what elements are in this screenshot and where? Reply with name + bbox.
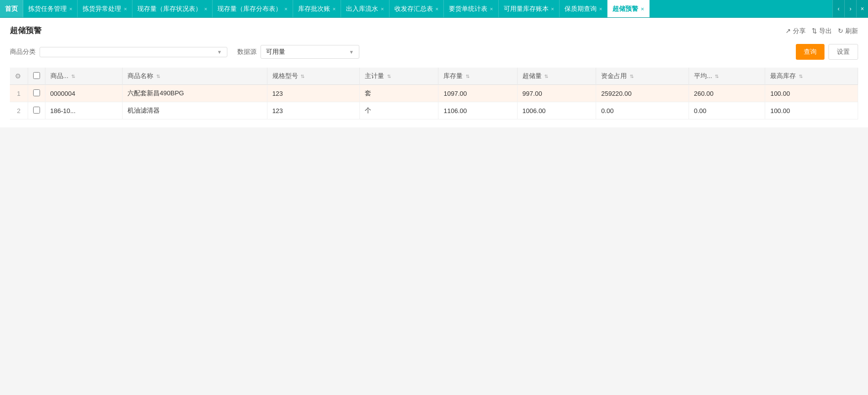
close-icon[interactable]: × xyxy=(599,6,602,12)
sort-icon[interactable]: ⇅ xyxy=(387,74,391,79)
cell-product-code: 0000004 xyxy=(45,85,123,102)
nav-tab-9[interactable]: 可用量库存账本 × xyxy=(499,0,560,18)
data-source-label: 数据源 xyxy=(237,47,257,56)
sort-icon[interactable]: ⇅ xyxy=(630,74,634,79)
main-content: 超储预警 ↗ 分享 ⇅ 导出 ↻ 刷新 商品分类 ▼ 数据源 xyxy=(0,18,868,127)
col-settings: ⚙ xyxy=(10,68,28,85)
sort-icon[interactable]: ⇅ xyxy=(301,74,304,79)
filter-buttons: 查询 设置 xyxy=(796,44,858,60)
settings-gear-icon[interactable]: ⚙ xyxy=(15,72,21,80)
sort-icon[interactable]: ⇅ xyxy=(715,74,719,79)
cell-product-name: 六配套新昌490BPG xyxy=(123,85,267,102)
chevron-down-icon: ▼ xyxy=(349,49,354,55)
close-icon[interactable]: × xyxy=(551,6,554,12)
col-max-stock-label: 最高库存 xyxy=(770,72,796,79)
col-spec: 规格型号 ⇅ xyxy=(267,68,360,85)
refresh-button[interactable]: ↻ 刷新 xyxy=(838,27,858,36)
col-unit-label: 主计量 xyxy=(365,72,384,79)
nav-tab-11[interactable]: 超储预警 × xyxy=(608,0,649,18)
sort-icon[interactable]: ⇅ xyxy=(544,74,548,79)
nav-tab-home[interactable]: 首页 xyxy=(0,0,23,18)
cell-unit: 个 xyxy=(360,102,438,119)
settings-button[interactable]: 设置 xyxy=(828,44,858,60)
nav-tab-label: 要货单统计表 xyxy=(449,4,487,13)
sort-icon[interactable]: ⇅ xyxy=(799,74,803,79)
nav-more-button[interactable]: × xyxy=(856,0,868,18)
col-product-code-label: 商品... xyxy=(50,72,69,79)
table-row: 1 0000004 六配套新昌490BPG 123 套 1097.00 997.… xyxy=(10,85,858,102)
cell-avg: 260.00 xyxy=(689,85,765,102)
nav-tab-label: 可用量库存账本 xyxy=(504,4,549,13)
share-button[interactable]: ↗ 分享 xyxy=(785,27,806,36)
close-icon[interactable]: × xyxy=(204,6,207,12)
nav-tab-label: 库存批次账 xyxy=(298,4,330,13)
col-product-name-label: 商品名称 xyxy=(128,72,153,79)
select-all-checkbox[interactable] xyxy=(33,72,40,79)
nav-tab-10[interactable]: 保质期查询 × xyxy=(560,0,608,18)
query-button[interactable]: 查询 xyxy=(796,44,825,60)
data-table: ⚙ 商品... ⇅ 商品名称 ⇅ 规格型号 ⇅ 主计量 xyxy=(10,68,858,119)
row-checkbox-cell xyxy=(28,85,45,102)
col-max-stock: 最高库存 ⇅ xyxy=(765,68,858,85)
sort-icon[interactable]: ⇅ xyxy=(156,74,160,79)
refresh-icon: ↻ xyxy=(838,27,843,35)
sort-icon[interactable]: ⇅ xyxy=(466,74,470,79)
data-source-select[interactable]: 可用量 ▼ xyxy=(260,45,359,59)
close-icon[interactable]: × xyxy=(435,6,438,12)
nav-tab-label: 出入库流水 xyxy=(346,4,378,13)
product-category-label: 商品分类 xyxy=(10,47,36,56)
nav-tab-2[interactable]: 拣货异常处理 × xyxy=(78,0,132,18)
col-product-name: 商品名称 ⇅ xyxy=(123,68,267,85)
nav-tab-label: 首页 xyxy=(5,4,18,13)
cell-capital: 259220.00 xyxy=(596,85,689,102)
close-icon[interactable]: × xyxy=(333,6,336,12)
close-icon[interactable]: × xyxy=(284,6,287,12)
row-checkbox[interactable] xyxy=(33,107,40,114)
col-stock: 库存量 ⇅ xyxy=(438,68,517,85)
row-checkbox[interactable] xyxy=(33,89,40,96)
nav-tab-5[interactable]: 库存批次账 × xyxy=(293,0,341,18)
export-icon: ⇅ xyxy=(812,27,817,35)
nav-tab-4[interactable]: 现存量（库存分布表） × xyxy=(213,0,293,18)
cell-overstock: 997.00 xyxy=(517,85,596,102)
nav-tab-8[interactable]: 要货单统计表 × xyxy=(444,0,498,18)
close-icon[interactable]: × xyxy=(490,6,493,12)
data-source-filter: 数据源 可用量 ▼ xyxy=(237,45,359,59)
col-product-code: 商品... ⇅ xyxy=(45,68,123,85)
close-icon[interactable]: × xyxy=(641,6,644,12)
col-checkbox xyxy=(28,68,45,85)
col-capital-label: 资金占用 xyxy=(601,72,627,79)
cell-max-stock: 100.00 xyxy=(765,85,858,102)
col-unit: 主计量 ⇅ xyxy=(360,68,438,85)
cell-stock: 1106.00 xyxy=(438,102,517,119)
cell-stock: 1097.00 xyxy=(438,85,517,102)
cell-spec: 123 xyxy=(267,85,360,102)
nav-tab-1[interactable]: 拣货任务管理 × xyxy=(23,0,78,18)
close-icon[interactable]: × xyxy=(124,6,127,12)
product-category-select[interactable]: ▼ xyxy=(40,47,227,57)
nav-tab-label: 现存量（库存分布表） xyxy=(217,4,282,13)
export-button[interactable]: ⇅ 导出 xyxy=(812,27,832,36)
col-overstock-label: 超储量 xyxy=(522,72,542,79)
close-icon[interactable]: × xyxy=(69,6,72,12)
data-source-value: 可用量 xyxy=(266,47,285,56)
cell-max-stock: 100.00 xyxy=(765,102,858,119)
col-stock-label: 库存量 xyxy=(443,72,463,79)
nav-tab-7[interactable]: 收发存汇总表 × xyxy=(390,0,444,18)
nav-tab-3[interactable]: 现存量（库存状况表） × xyxy=(132,0,213,18)
col-spec-label: 规格型号 xyxy=(272,72,298,79)
sort-icon[interactable]: ⇅ xyxy=(71,74,75,79)
nav-tab-6[interactable]: 出入库流水 × xyxy=(341,0,389,18)
nav-next-button[interactable]: › xyxy=(844,0,856,18)
cell-product-code: 186-10... xyxy=(45,102,123,119)
nav-tab-label: 收发存汇总表 xyxy=(394,4,433,13)
top-navigation: 首页 拣货任务管理 × 拣货异常处理 × 现存量（库存状况表） × 现存量（库存… xyxy=(0,0,868,18)
table-header-row: ⚙ 商品... ⇅ 商品名称 ⇅ 规格型号 ⇅ 主计量 xyxy=(10,68,858,85)
close-icon[interactable]: × xyxy=(381,6,384,12)
col-capital: 资金占用 ⇅ xyxy=(596,68,689,85)
nav-prev-button[interactable]: ‹ xyxy=(832,0,844,18)
row-num: 2 xyxy=(10,102,28,119)
row-num: 1 xyxy=(10,85,28,102)
nav-tab-label: 拣货任务管理 xyxy=(28,4,67,13)
page-header: 超储预警 ↗ 分享 ⇅ 导出 ↻ 刷新 xyxy=(10,26,858,36)
